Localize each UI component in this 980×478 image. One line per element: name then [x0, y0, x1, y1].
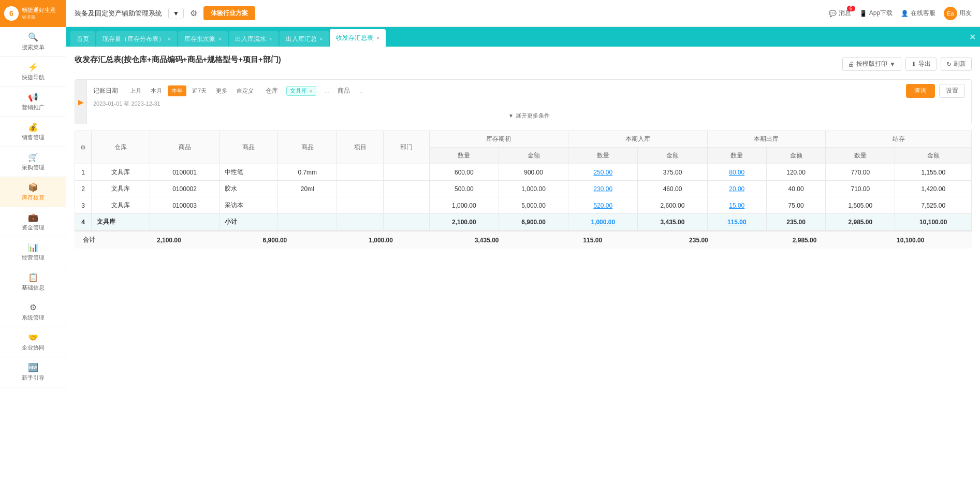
row-in-qty[interactable]: 250.00: [568, 164, 638, 181]
col-header-code: 商品: [150, 131, 219, 164]
row-spec: [278, 197, 337, 214]
sidebar-item-enterprise[interactable]: 🤝企业协同: [0, 327, 66, 357]
row-out-qty[interactable]: 15.00: [707, 197, 766, 214]
tab-inventory-dist[interactable]: 现存量（库存分布表）×: [96, 31, 177, 47]
tab-inout-summary[interactable]: 出入库汇总×: [280, 31, 329, 47]
col-open-qty: 数量: [429, 148, 499, 164]
row-code: 0100001: [150, 164, 219, 181]
warehouse-tag-text: 文具库: [290, 87, 307, 95]
sidebar-item-marketing[interactable]: 📢营销推广: [0, 87, 66, 117]
tab-close-inventory-dist[interactable]: ×: [168, 36, 171, 42]
date-btn-last-month[interactable]: 上月: [126, 85, 145, 96]
page-title: 收发存汇总表(按仓库+商品编码+商品+规格型号+项目+部门): [75, 55, 281, 65]
row-bal-amt: 10,100.00: [895, 214, 972, 230]
sidebar-item-system[interactable]: ⚙系统管理: [0, 297, 66, 327]
row-project: [337, 164, 383, 181]
query-btn[interactable]: 查询: [906, 84, 935, 98]
system-icon: ⚙: [30, 302, 37, 312]
sidebar-item-label-business: 经营管理: [22, 254, 45, 262]
app-download-item[interactable]: 📱 App下载: [859, 9, 893, 18]
message-item[interactable]: 💬 消息 6: [829, 9, 851, 18]
row-open-amt: 6,900.00: [499, 214, 568, 230]
date-btn-7days[interactable]: 近7天: [188, 85, 210, 96]
tab-close-inout-flow[interactable]: ×: [269, 36, 272, 42]
warehouse-filter-label: 仓库: [266, 86, 278, 95]
sidebar-item-basic-info[interactable]: 📋基础信息: [0, 267, 66, 297]
system-dropdown[interactable]: ▼: [168, 8, 184, 19]
product-more-btn[interactable]: ...: [358, 88, 363, 94]
row-out-qty[interactable]: 80.00: [707, 164, 766, 181]
sidebar-item-search[interactable]: 🔍搜索菜单: [0, 27, 66, 57]
col-settings[interactable]: ⚙: [75, 131, 92, 164]
expand-more-btn[interactable]: ▼ 展开更多条件: [93, 112, 965, 120]
sidebar-item-label-search: 搜索菜单: [22, 44, 45, 51]
tab-inout-flow[interactable]: 出入库流水×: [229, 31, 279, 47]
col-open-amt: 金额: [499, 148, 568, 164]
tab-label-inout-flow: 出入库流水: [235, 35, 266, 44]
row-num: 3: [75, 197, 92, 214]
warehouse-tag-close[interactable]: ×: [309, 88, 312, 94]
date-btn-this-year[interactable]: 本年: [168, 85, 186, 96]
row-bal-amt: 1,155.00: [895, 164, 972, 181]
sidebar-item-sales[interactable]: 💰销售管理: [0, 117, 66, 147]
col-header-name: 商品: [220, 131, 278, 164]
row-project: [337, 197, 383, 214]
col-group-opening: 库存期初: [429, 131, 568, 148]
sidebar-item-business[interactable]: 📊经营管理: [0, 237, 66, 267]
print-dropdown-icon: ▼: [889, 61, 896, 68]
row-dept: [383, 197, 429, 214]
basic-info-icon: 📋: [28, 272, 38, 282]
date-btn-more[interactable]: 更多: [212, 85, 231, 96]
warehouse-more-btn[interactable]: ...: [325, 88, 329, 94]
inventory-icon: 📦: [28, 182, 38, 192]
trial-btn[interactable]: 体验行业方案: [203, 6, 255, 20]
tab-close-receive-summary[interactable]: ×: [376, 35, 379, 41]
row-in-qty[interactable]: 1,000.00: [568, 214, 638, 230]
tab-home[interactable]: 首页: [70, 31, 95, 47]
setting-btn[interactable]: 设置: [939, 84, 965, 98]
tab-batch-account[interactable]: 库存批次账×: [178, 31, 228, 47]
row-project: [337, 181, 383, 197]
sidebar-item-inventory[interactable]: 📦库存核算: [0, 177, 66, 207]
export-btn[interactable]: ⬇ 导出: [905, 57, 937, 71]
summary-in-qty: 1,000.00: [328, 237, 434, 244]
row-bal-qty: 1,505.00: [826, 197, 895, 214]
business-icon: 📊: [28, 242, 38, 252]
sidebar-item-finance[interactable]: 💼资金管理: [0, 207, 66, 237]
top-bar: 装备及固定资产辅助管理系统 ▼ ⚙ 体验行业方案 💬 消息 6 📱 App下载 …: [66, 0, 980, 27]
tab-close-batch-account[interactable]: ×: [218, 36, 222, 42]
row-out-qty[interactable]: 20.00: [707, 181, 766, 197]
setting-icon[interactable]: ⚙: [190, 8, 197, 18]
enterprise-icon: 🤝: [28, 332, 38, 342]
product-filter-label: 商品: [338, 86, 350, 95]
row-warehouse: 文具库: [92, 164, 150, 181]
summary-out-qty: 115.00: [540, 237, 646, 244]
row-out-amt: 235.00: [766, 214, 825, 230]
row-spec: 0.7mm: [278, 164, 337, 181]
sidebar-item-purchase[interactable]: 🛒采购管理: [0, 147, 66, 177]
tab-receive-summary[interactable]: 收发存汇总表×: [330, 29, 386, 47]
print-btn[interactable]: 🖨 按模版打印 ▼: [842, 57, 901, 71]
row-out-qty[interactable]: 115.00: [707, 214, 766, 230]
tab-bar-close-icon[interactable]: ✕: [969, 32, 976, 42]
row-code: 0100002: [150, 181, 219, 197]
date-btn-custom[interactable]: 自定义: [233, 85, 257, 96]
refresh-btn[interactable]: ↻ 刷新: [941, 57, 972, 71]
quick-nav-icon: ⚡: [28, 62, 38, 72]
row-num: 4: [75, 214, 92, 230]
sidebar-item-quick-nav[interactable]: ⚡快捷导航: [0, 57, 66, 87]
logo-title: 畅捷通好生意: [22, 6, 56, 14]
message-badge: 6: [847, 6, 855, 11]
row-in-qty[interactable]: 230.00: [568, 181, 638, 197]
tab-close-inout-summary[interactable]: ×: [320, 36, 323, 42]
row-in-qty[interactable]: 520.00: [568, 197, 638, 214]
user-item[interactable]: Ea 用友: [944, 7, 972, 20]
date-btn-this-month[interactable]: 本月: [147, 85, 166, 96]
tab-label-batch-account: 库存批次账: [184, 35, 215, 44]
row-bal-qty: 710.00: [826, 181, 895, 197]
sidebar-item-guide[interactable]: 🆕新手引导: [0, 357, 66, 387]
sidebar-item-label-quick-nav: 快捷导航: [22, 74, 45, 81]
filter-collapse-btn[interactable]: ▶: [75, 79, 87, 124]
online-service-item[interactable]: 👤 在线客服: [901, 9, 935, 18]
row-name: 小计: [220, 214, 278, 230]
